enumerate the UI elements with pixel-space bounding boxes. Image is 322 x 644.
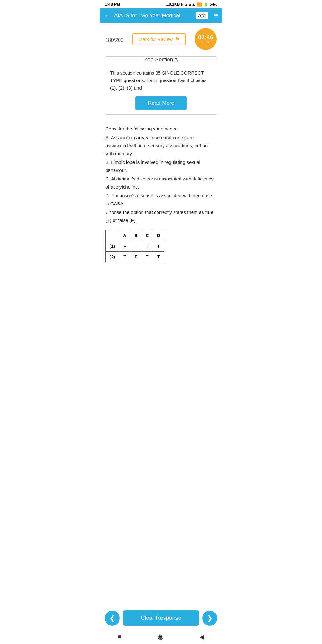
section-box: Zoo-Section A This section contains 35 S…	[105, 56, 217, 115]
back-button[interactable]: ←	[104, 12, 111, 20]
mark-review-button[interactable]: Mark for Review ⚑	[132, 33, 186, 45]
row1-d: T	[153, 241, 164, 252]
row1-label: (1)	[106, 241, 119, 252]
table-header-d: D	[153, 230, 164, 241]
network-status: ...0.1KB/s	[166, 2, 183, 7]
battery-icon: 🔋	[203, 2, 208, 7]
table-header-c: C	[142, 230, 153, 241]
question-number: 180/200	[105, 34, 124, 44]
question-text: Consider the following statements. A. As…	[100, 120, 222, 230]
row2-b: F	[130, 252, 142, 262]
answer-table: A B C D (1) F T T T (2) T F T T	[105, 230, 164, 262]
timer-display: 02:46 hr min	[195, 28, 217, 50]
top-nav: ← AIATS for Two Year Medical... A文 ≡	[100, 8, 222, 23]
menu-button[interactable]: ≡	[214, 12, 218, 20]
section-description: This section contains 35 SINGLE CORRECT …	[105, 66, 217, 92]
status-right: ...0.1KB/s ▲▲▲ 📶 🔋 54%	[166, 2, 217, 7]
flag-icon: ⚑	[175, 36, 180, 42]
read-more-button[interactable]: Read More	[135, 96, 187, 110]
table-row[interactable]: (1) F T T T	[106, 241, 164, 252]
battery-percent: 54%	[210, 2, 217, 7]
row1-c: T	[142, 241, 153, 252]
question-header: 180/200 Mark for Review ⚑ 02:46 hr min	[100, 23, 222, 53]
status-bar: 1:48 PM ...0.1KB/s ▲▲▲ 📶 🔋 54%	[100, 0, 222, 8]
translate-button[interactable]: A文	[196, 12, 208, 19]
timer-time: 02:46	[198, 34, 214, 41]
section-line-right	[181, 60, 217, 60]
row1-b: T	[130, 241, 142, 252]
row1-a: F	[119, 241, 130, 252]
row2-c: T	[142, 252, 153, 262]
status-time: 1:48 PM	[105, 2, 120, 7]
signal-icon: ▲▲▲	[184, 2, 196, 7]
table-header-row: A B C D	[106, 230, 164, 241]
section-line-left	[105, 60, 141, 60]
table-header-b: B	[130, 230, 142, 241]
table-header-empty	[106, 230, 119, 241]
timer-labels: hr min	[201, 41, 211, 44]
nav-title: AIATS for Two Year Medical...	[114, 13, 192, 19]
section-title: Zoo-Section A	[141, 57, 182, 63]
question-number-display: 180/200	[105, 34, 124, 44]
table-row[interactable]: (2) T F T T	[106, 252, 164, 262]
table-header-a: A	[119, 230, 130, 241]
row2-a: T	[119, 252, 130, 262]
section-title-wrap: Zoo-Section A	[105, 57, 217, 63]
wifi-icon: 📶	[197, 2, 202, 7]
mark-review-label: Mark for Review	[139, 36, 173, 42]
row2-d: T	[153, 252, 164, 262]
row2-label: (2)	[106, 252, 119, 262]
answer-table-wrap: A B C D (1) F T T T (2) T F T T	[100, 230, 222, 267]
